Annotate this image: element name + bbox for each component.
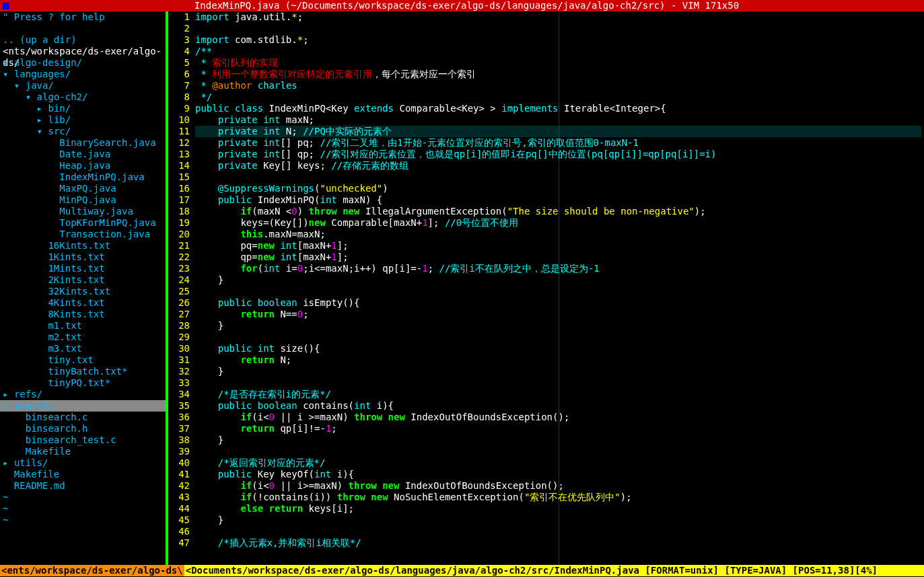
tree-item[interactable]: ▾ search/ — [0, 400, 166, 412]
tree-item[interactable]: tinyBatch.txt* — [0, 366, 166, 377]
code-line: 4/** — [168, 46, 924, 57]
tilde-line: ~ — [0, 503, 166, 514]
window-title: IndexMinPQ.java (~/Documents/workspace/d… — [12, 0, 921, 11]
tree-item[interactable]: Date.java — [0, 149, 166, 160]
tree-item[interactable]: TopKForMinPQ.java — [0, 217, 166, 229]
code-line: 42 if(i<0 || i>=maxN) throw new IndexOut… — [168, 480, 924, 492]
code-line: 1import java.util.*; — [168, 11, 924, 23]
code-line: 8 */ — [168, 91, 924, 103]
tree-item[interactable]: Makefile — [0, 446, 166, 457]
window-titlebar[interactable]: IndexMinPQ.java (~/Documents/workspace/d… — [0, 0, 924, 11]
code-line: 14 private Key[] keys; //存储元素的数组 — [168, 160, 924, 171]
tree-item[interactable]: Heap.java — [0, 160, 166, 171]
tree-item[interactable]: 16Kints.txt — [0, 240, 166, 252]
code-line: 18 if(maxN <0) throw new IllegalArgument… — [168, 206, 924, 217]
code-line: 45 } — [168, 514, 924, 526]
code-container: 1import java.util.*;23import com.stdlib.… — [168, 11, 924, 549]
tree-item[interactable]: binsearch.c — [0, 412, 166, 423]
tree-item[interactable]: MinPQ.java — [0, 194, 166, 206]
tree-item[interactable]: ▸ lib/ — [0, 114, 166, 126]
code-line: 27 return N==0; — [168, 309, 924, 320]
file-tree-sidebar[interactable]: " Press ? for help .. (up a dir) <nts/wo… — [0, 11, 168, 565]
code-line: 20 this.maxN=maxN; — [168, 229, 924, 240]
code-line: 36 if(i<0 || i >=maxN) throw new IndexOu… — [168, 412, 924, 423]
tree-item[interactable]: ▾ languages/ — [0, 69, 166, 80]
code-line: 17 public IndexMinPQ(int maxN) { — [168, 194, 924, 206]
code-line: 5 * 索引队列的实现 — [168, 57, 924, 69]
code-line: 38 } — [168, 434, 924, 446]
code-editor[interactable]: 1import java.util.*;23import com.stdlib.… — [168, 11, 924, 565]
tree-item[interactable]: ▾ java/ — [0, 80, 166, 91]
code-line: 26 public boolean isEmpty(){ — [168, 297, 924, 309]
up-dir[interactable]: .. (up a dir) — [0, 34, 166, 46]
tree-item[interactable]: Transaction.java — [0, 229, 166, 240]
code-line: 16 @SuppressWarnings("unchecked") — [168, 183, 924, 194]
code-line: 40 /*返回索引对应的元素*/ — [168, 457, 924, 469]
code-line: 23 for(int i=0;i<=maxN;i++) qp[i]=-1; //… — [168, 263, 924, 274]
code-line: 25 — [168, 286, 924, 297]
window-icon — [3, 3, 9, 9]
code-line: 22 qp=new int[maxN+1]; — [168, 252, 924, 263]
tree-item[interactable]: 1Mints.txt — [0, 263, 166, 274]
code-line: 32 } — [168, 366, 924, 377]
code-line: 10 private int maxN; — [168, 114, 924, 126]
tree-item[interactable]: 32Kints.txt — [0, 286, 166, 297]
current-path: <nts/workspace/ds-exer/algo-ds/ — [0, 46, 166, 57]
code-line: 24 } — [168, 274, 924, 286]
code-line: 6 * 利用一个整数索引对应特定的元素引用，每个元素对应一个索引 — [168, 69, 924, 80]
code-line: 12 private int[] pq; //索引二叉堆，由1开始-元素位置对应… — [168, 137, 924, 149]
code-line: 29 — [168, 332, 924, 343]
code-line: 19 keys=(Key[])new Comparable[maxN+1]; /… — [168, 217, 924, 229]
tree-item[interactable]: binsearch.h — [0, 423, 166, 434]
code-line: 37 return qp[i]!=-1; — [168, 423, 924, 434]
tree-item[interactable]: ▸ utils/ — [0, 457, 166, 469]
code-line: 47 /*插入元素x,并和索引i相关联*/ — [168, 537, 924, 549]
tree-item[interactable]: BinarySearch.java — [0, 137, 166, 149]
tree-item[interactable]: IndexMinPQ.java — [0, 171, 166, 183]
code-line: 30 public int size(){ — [168, 343, 924, 354]
tree-item[interactable]: ▸ algo-design/ — [0, 57, 166, 69]
tree-item[interactable]: binsearch_test.c — [0, 434, 166, 446]
status-right: <Documents/workspace/ds-exer/algo-ds/lan… — [184, 565, 924, 576]
tree-item[interactable]: 1Kints.txt — [0, 252, 166, 263]
tree-item[interactable]: ▸ bin/ — [0, 103, 166, 114]
tree-item[interactable]: ▾ src/ — [0, 126, 166, 137]
code-line: 13 private int[] qp; //索引对应的元素位置，也就是qp[i… — [168, 149, 924, 160]
code-line: 43 if(!contains(i)) throw new NoSuchElem… — [168, 492, 924, 503]
tree-item[interactable]: ▸ refs/ — [0, 389, 166, 400]
code-line: 7 * @author charles — [168, 80, 924, 91]
tree-item[interactable]: tinyPQ.txt* — [0, 377, 166, 389]
code-line: 33 — [168, 377, 924, 389]
tilde-line: ~ — [0, 492, 166, 503]
tree-item[interactable]: 8Kints.txt — [0, 309, 166, 320]
tree-item[interactable]: 4Kints.txt — [0, 297, 166, 309]
tree-item[interactable]: MaxPQ.java — [0, 183, 166, 194]
status-bar: <ents/workspace/ds-exer/algo-ds\ <Docume… — [0, 565, 924, 576]
code-line: 35 public boolean contains(int i){ — [168, 400, 924, 412]
code-line: 39 — [168, 446, 924, 457]
code-line: 3import com.stdlib.*; — [168, 34, 924, 46]
main-area: " Press ? for help .. (up a dir) <nts/wo… — [0, 11, 924, 565]
tree-item[interactable]: ▾ algo-ch2/ — [0, 91, 166, 103]
tree-container: ▸ algo-design/▾ languages/ ▾ java/ ▾ alg… — [0, 57, 166, 492]
tree-item[interactable]: m2.txt — [0, 332, 166, 343]
code-line: 28 } — [168, 320, 924, 332]
help-hint: " Press ? for help — [0, 11, 166, 23]
tree-item[interactable]: tiny.txt — [0, 354, 166, 366]
tree-item[interactable]: Makefile — [0, 469, 166, 480]
code-line: 11 private int N; //PQ中实际的元素个 — [168, 126, 924, 137]
code-line: 31 return N; — [168, 354, 924, 366]
tree-item[interactable]: Multiway.java — [0, 206, 166, 217]
code-line: 46 — [168, 526, 924, 537]
status-left: <ents/workspace/ds-exer/algo-ds\ — [0, 565, 184, 576]
code-line: 2 — [168, 23, 924, 34]
tree-item[interactable]: README.md — [0, 480, 166, 492]
code-line: 9public class IndexMinPQ<Key extends Com… — [168, 103, 924, 114]
tilde-line: ~ — [0, 514, 166, 526]
code-line: 41 public Key keyOf(int i){ — [168, 469, 924, 480]
tree-item[interactable]: 2Kints.txt — [0, 274, 166, 286]
tree-item[interactable]: m1.txt — [0, 320, 166, 332]
code-line: 21 pq=new int[maxN+1]; — [168, 240, 924, 252]
code-line: 44 else return keys[i]; — [168, 503, 924, 514]
tree-item[interactable]: m3.txt — [0, 343, 166, 354]
